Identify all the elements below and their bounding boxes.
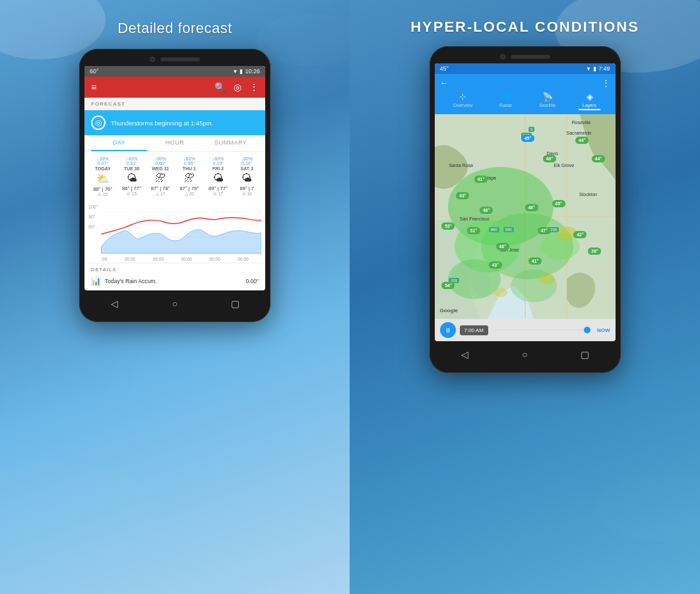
day-temp-1: 86° | 77° (122, 185, 141, 191)
rain-amt-5: 0.10" (241, 161, 252, 166)
chart-svg (88, 205, 261, 254)
tab-satellite[interactable]: 📡 Satellite (535, 90, 559, 110)
svg-point-14 (539, 274, 555, 284)
temp-100: 100° (88, 205, 98, 209)
temp-badge-12: 42° (573, 231, 587, 238)
day-wind-0: ⊙ 15 (98, 192, 108, 197)
overview-icon: ⊹ (459, 92, 466, 102)
forecast-days-container: ↓30% 0.07" TODAY ⛅ 88° | 76° ⊙ 15 ↓40% 0… (84, 152, 265, 202)
tab-overview[interactable]: ⊹ Overview (449, 90, 476, 110)
temp-badge-16: 39° (588, 248, 601, 255)
status-time-left: 10:26 (245, 68, 260, 75)
day-wind-4: ⊙ 17 (213, 191, 223, 197)
right-title: HYPER-LOCAL CONDITIONS (410, 18, 639, 36)
svg-point-11 (511, 269, 557, 302)
timeline-handle[interactable] (584, 327, 590, 333)
rain-pct-4: ↓80% (212, 156, 224, 161)
day-label-0: TODAY (95, 166, 111, 171)
temp-badge-1: 46° (543, 155, 556, 162)
list-item: ↓30% 0.07" TODAY ⛅ 88° | 76° ⊙ 15 (88, 154, 117, 199)
temp-badge-10: 51° (467, 227, 480, 234)
temp-badge-7: 48° (525, 204, 538, 211)
more-icon-right[interactable]: ⋮ (602, 78, 610, 88)
recent-button-right[interactable]: ▢ (579, 349, 592, 360)
playback-bar: ⏸ 7:00 AM NOW (435, 319, 616, 341)
day-icon-0: ⛅ (96, 172, 110, 185)
temp-badge-2: 44° (575, 137, 589, 144)
time-4: 00:00 (209, 257, 220, 261)
status-bar-right: 45° ▼ ▮ 7:49 (435, 63, 616, 74)
radar-icon: 🌐 (501, 92, 511, 102)
rain-amt-0: 0.07" (98, 161, 108, 166)
forecast-tabs: DAY HOUR SUMMARY (84, 135, 265, 152)
status-temp-left: 60° (90, 68, 99, 75)
temp-badge-0: 45° (521, 135, 534, 142)
day-icon-3: ⛈ (184, 172, 195, 184)
recent-button-left[interactable]: ▢ (228, 298, 241, 309)
rain-pct-1: ↓40% (126, 156, 138, 161)
day-icon-4: 🌤 (213, 172, 224, 184)
day-temp-5: 89° | 7 (239, 185, 254, 191)
tab-layers[interactable]: ◈ Layers (579, 90, 600, 110)
satellite-icon: 📡 (542, 92, 553, 102)
temp-badge-6: 48° (480, 207, 493, 214)
rain-label: Today's Rain Accum. (105, 278, 157, 284)
home-button-right[interactable]: ○ (518, 349, 531, 360)
temp-badge-8: 45° (552, 200, 565, 207)
map-container[interactable]: Sacramento Roseville Santa Rosa Davis El… (435, 114, 616, 319)
temp-badge-13: 46° (496, 243, 509, 250)
list-item: ↓60% 0.60" WED 31 ⛈ 87° | 78° △ 17 (146, 154, 175, 199)
wifi-icon-right: ▼ (586, 66, 591, 72)
tab-hour[interactable]: HOUR (147, 135, 203, 151)
timeline-bar[interactable] (495, 329, 590, 331)
day-icon-5: 🌤 (241, 172, 252, 184)
more-icon-left[interactable]: ⋮ (249, 82, 259, 92)
temp-badge-4: 41° (474, 176, 488, 183)
day-label-2: WED 31 (152, 166, 169, 171)
tab-layers-label: Layers (583, 103, 596, 108)
status-temp-right: 45° (440, 65, 449, 72)
details-section: DETAILS 📊 Today's Rain Accum. 0.00" (84, 263, 265, 290)
tab-radar[interactable]: 🌐 Radar (495, 90, 516, 110)
left-panel: Detailed forecast 60° ▼ ▮ 10:26 ≡ 🔍 (0, 0, 350, 594)
list-item: ↓40% 0.91" TUE 30 🌤 86° | 77° ⊙ 15 (117, 154, 146, 199)
highway-5: 5 (528, 127, 534, 132)
tab-day[interactable]: DAY (91, 135, 147, 151)
back-button-right[interactable]: ◁ (458, 349, 471, 360)
rain-amt-3: 0.89" (184, 161, 195, 166)
temp-badge-14: 43° (489, 261, 502, 269)
day-temp-0: 88° | 76° (93, 186, 112, 192)
forecast-label: FORECAST (84, 98, 265, 110)
day-icon-1: 🌤 (127, 172, 137, 184)
temp-badge-3: 44° (592, 155, 605, 162)
time-5: 00:00 (238, 257, 248, 261)
day-temp-3: 87° | 79° (179, 185, 199, 191)
bottom-nav-right: ◁ ○ ▢ (435, 344, 616, 365)
back-button-left[interactable]: ◁ (108, 298, 121, 309)
detail-row-rain: 📊 Today's Rain Accum. 0.00" (91, 275, 259, 287)
day-label-5: SAT 3 (241, 166, 253, 171)
temp-labels: 100° 90° 80° (88, 205, 98, 229)
rain-pct-2: ↓60% (154, 156, 166, 161)
screen-left: 60° ▼ ▮ 10:26 ≡ 🔍 ◎ ⋮ FORECAST (84, 66, 265, 290)
menu-icon[interactable]: ≡ (91, 82, 96, 92)
pause-button[interactable]: ⏸ (440, 322, 456, 338)
highway-580: 580 (503, 227, 514, 232)
forecast-alert: ◎ Thunderstorms beginning at 1:45pm. (84, 110, 265, 135)
home-button-left[interactable]: ○ (168, 298, 181, 309)
tab-overview-label: Overview (453, 103, 472, 108)
tab-radar-label: Radar (499, 103, 512, 108)
back-arrow-icon[interactable]: ← (440, 78, 449, 88)
now-label: NOW (597, 327, 610, 333)
right-panel: HYPER-LOCAL CONDITIONS 45° ▼ ▮ 7:49 ← ⋮ (350, 0, 700, 594)
day-wind-1: ⊙ 15 (127, 191, 137, 197)
location-icon[interactable]: ◎ (234, 82, 241, 92)
time-3: 00:00 (181, 257, 192, 261)
search-icon-left[interactable]: 🔍 (214, 82, 226, 92)
rain-amt-4: 0.19" (212, 161, 223, 166)
bottom-nav-left: ◁ ○ ▢ (84, 293, 265, 314)
chart-time-labels: :00 00:00 00:00 00:00 00:00 00:00 (88, 257, 261, 261)
phone-left: 60° ▼ ▮ 10:26 ≡ 🔍 ◎ ⋮ FORECAST (79, 49, 270, 322)
tab-summary[interactable]: SUMMARY (203, 135, 259, 151)
temp-badge-15: 41° (528, 257, 542, 265)
